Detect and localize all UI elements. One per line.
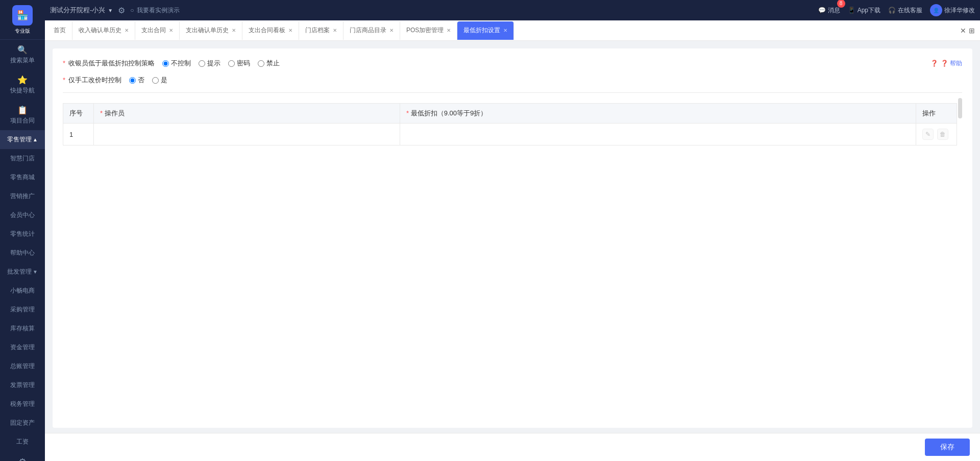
radio-ban-input[interactable] xyxy=(258,60,264,67)
sidebar-item-tax[interactable]: 税务管理 xyxy=(0,395,45,414)
sidebar-item-label: 搜索菜单 xyxy=(10,56,35,65)
demo-link[interactable]: ○ 我要看实例演示 xyxy=(130,6,179,15)
sidebar-item-fixed-assets[interactable]: 固定资产 xyxy=(0,414,45,432)
user-menu[interactable]: 👤 徐泽华修改 xyxy=(930,4,975,16)
sidebar-item-salary[interactable]: 工资 xyxy=(0,432,45,451)
policy-required: * xyxy=(63,59,65,67)
tab-pos-manage-close[interactable]: ✕ xyxy=(447,28,451,33)
message-badge: 8 xyxy=(837,0,845,8)
radio-password[interactable]: 密码 xyxy=(228,59,250,68)
sidebar-item-wholesale[interactable]: 批发管理 ▼ xyxy=(0,262,45,281)
cell-operator xyxy=(94,124,400,145)
delete-row-button[interactable]: 🗑 xyxy=(937,129,948,140)
main-area: 测试分开院程-小兴 ▼ ⚙ ○ 我要看实例演示 💬 消息 8 📱 App下载 🎧… xyxy=(45,0,980,461)
demo-icon: ○ xyxy=(130,7,134,14)
radio-manual-no[interactable]: 否 xyxy=(129,76,144,85)
sidebar-item-ecommerce[interactable]: 小畅电商 xyxy=(0,281,45,300)
chevron-down-icon: ▼ xyxy=(33,269,38,275)
tab-store-goods-close[interactable]: ✕ xyxy=(389,28,394,33)
tab-expense-board-close[interactable]: ✕ xyxy=(288,28,292,33)
tabs-close-all[interactable]: ✕ xyxy=(960,27,966,35)
sidebar-item-label: 帮助中心 xyxy=(10,249,35,257)
radio-manual-yes-label: 是 xyxy=(161,76,167,85)
sidebar-item-project[interactable]: 📋 项目合同 xyxy=(0,100,45,130)
tab-home-label: 首页 xyxy=(54,26,66,35)
radio-tip[interactable]: 提示 xyxy=(199,59,220,68)
chevron-up-icon: ▲ xyxy=(33,137,38,142)
sidebar-item-label: 资金管理 xyxy=(10,343,35,352)
tabs-bar: 首页 收入确认单历史 ✕ 支出合同 ✕ 支出确认单历史 ✕ 支出合同看板 ✕ 门… xyxy=(45,20,980,41)
radio-manual-yes-input[interactable] xyxy=(152,77,159,84)
tab-min-discount[interactable]: 最低折扣设置 ✕ xyxy=(457,21,514,40)
sidebar-item-help[interactable]: 帮助中心 xyxy=(0,244,45,262)
message-label: 消息 xyxy=(828,6,840,15)
tab-contract[interactable]: 支出合同 ✕ xyxy=(135,21,180,40)
radio-manual-yes[interactable]: 是 xyxy=(152,76,167,85)
avatar-icon: 👤 xyxy=(933,8,939,13)
radio-no-control-input[interactable] xyxy=(162,60,169,67)
radio-manual-no-input[interactable] xyxy=(129,77,136,84)
manual-required: * xyxy=(63,76,65,84)
radio-password-input[interactable] xyxy=(228,60,235,67)
sidebar-item-label: 批发管理 xyxy=(7,268,32,276)
tabs-menu[interactable]: ⊞ xyxy=(969,27,975,35)
tab-store-goods[interactable]: 门店商品目录 ✕ xyxy=(344,21,400,40)
th-operator: * 操作员 xyxy=(94,104,400,124)
app-download-button[interactable]: 📱 App下载 xyxy=(848,6,880,15)
tab-expense-confirm[interactable]: 支出确认单历史 ✕ xyxy=(180,21,242,40)
radio-tip-input[interactable] xyxy=(199,60,205,67)
th-discount: * 最低折扣（9.00等于9折） xyxy=(400,104,916,124)
sidebar-item-member[interactable]: 会员中心 xyxy=(0,206,45,225)
th-seq: 序号 xyxy=(63,104,94,124)
sidebar-item-ledger[interactable]: 总账管理 xyxy=(0,357,45,376)
manual-radio-group: 否 是 xyxy=(129,76,167,85)
sidebar-item-label: 采购管理 xyxy=(10,305,35,314)
sidebar-item-retail-mall[interactable]: 零售商城 xyxy=(0,168,45,187)
tab-pos-manage[interactable]: POS加密管理 ✕ xyxy=(400,21,457,40)
radio-ban[interactable]: 禁止 xyxy=(258,59,280,68)
tab-income[interactable]: 收入确认单历史 ✕ xyxy=(72,21,135,40)
sidebar-item-retail[interactable]: 零售管理 ▲ xyxy=(0,130,45,149)
sidebar-item-retail-stat[interactable]: 零售统计 xyxy=(0,225,45,244)
contract-icon: 📋 xyxy=(17,105,28,115)
sidebar-item-invoice[interactable]: 发票管理 xyxy=(0,376,45,395)
tab-expense-board[interactable]: 支出合同看板 ✕ xyxy=(242,21,299,40)
save-button[interactable]: 保存 xyxy=(925,439,970,456)
sidebar-item-shortcut[interactable]: ⭐ 快捷导航 xyxy=(0,70,45,100)
edit-row-button[interactable]: ✎ xyxy=(922,129,934,140)
tab-min-discount-close[interactable]: ✕ xyxy=(503,28,507,33)
demo-label: 我要看实例演示 xyxy=(137,6,180,15)
sidebar-item-smart-store[interactable]: 智慧门店 xyxy=(0,149,45,168)
help-link[interactable]: ❓ ❓ 帮助 xyxy=(930,59,962,68)
table-row: 1 ✎ 🗑 xyxy=(63,124,957,145)
tab-expense-confirm-close[interactable]: ✕ xyxy=(232,28,236,33)
tab-store-file-close[interactable]: ✕ xyxy=(333,28,337,33)
radio-no-control[interactable]: 不控制 xyxy=(162,59,191,68)
sidebar-item-label: 智慧门店 xyxy=(10,154,35,163)
sidebar-bottom: ⚙ xyxy=(0,451,45,461)
message-button[interactable]: 💬 消息 8 xyxy=(818,6,840,15)
sidebar-item-label: 营销推广 xyxy=(10,192,35,201)
star-icon: ⭐ xyxy=(17,75,28,85)
topbar-right: 💬 消息 8 📱 App下载 🎧 在线客服 👤 徐泽华修改 xyxy=(818,4,975,16)
table-scrollbar[interactable] xyxy=(958,98,962,118)
radio-tip-label: 提示 xyxy=(207,59,220,68)
cell-action: ✎ 🗑 xyxy=(916,124,957,145)
sidebar-item-marketing[interactable]: 营销推广 xyxy=(0,187,45,206)
project-selector[interactable]: 测试分开院程-小兴 ▼ xyxy=(50,6,113,15)
manual-label: * 仅手工改价时控制 xyxy=(63,76,121,85)
sidebar-item-search[interactable]: 🔍 搜索菜单 xyxy=(0,40,45,70)
sidebar-item-label: 工资 xyxy=(16,438,29,446)
sidebar-item-purchase[interactable]: 采购管理 xyxy=(0,300,45,319)
sidebar-item-inventory[interactable]: 库存核算 xyxy=(0,319,45,338)
bottom-bar: 保存 xyxy=(45,433,980,461)
tab-contract-close[interactable]: ✕ xyxy=(169,28,173,33)
tab-income-close[interactable]: ✕ xyxy=(125,28,129,33)
settings-icon[interactable]: ⚙ xyxy=(18,456,27,461)
sidebar-item-label: 总账管理 xyxy=(10,362,35,371)
tab-home[interactable]: 首页 xyxy=(47,21,72,40)
sidebar-item-finance[interactable]: 资金管理 xyxy=(0,338,45,357)
topbar-settings-button[interactable]: ⚙ xyxy=(118,6,125,15)
tab-store-file[interactable]: 门店档案 ✕ xyxy=(299,21,344,40)
online-service-button[interactable]: 🎧 在线客服 xyxy=(888,6,922,15)
